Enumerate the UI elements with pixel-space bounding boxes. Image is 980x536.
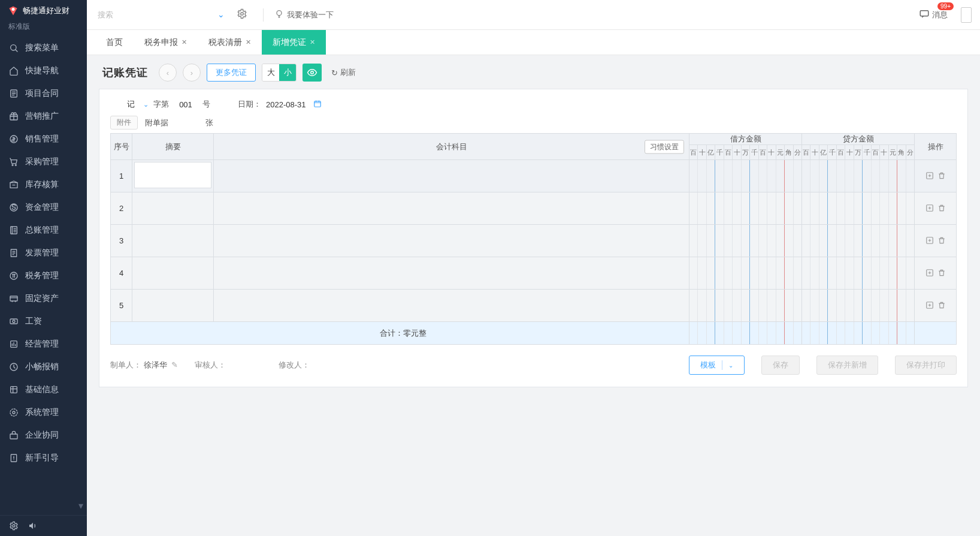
sidebar-item-system[interactable]: 系统管理 <box>0 401 87 424</box>
sidebar-item-report[interactable]: 小畅报销 <box>0 356 87 378</box>
add-row-icon[interactable] <box>925 300 934 310</box>
sidebar-item-coop[interactable]: 企业协同 <box>0 424 87 447</box>
search-dropdown-icon[interactable]: ⌄ <box>217 10 225 19</box>
habit-settings-button[interactable]: 习惯设置 <box>645 140 684 153</box>
svg-rect-25 <box>920 11 928 16</box>
delete-row-icon[interactable] <box>937 236 946 245</box>
size-small-button[interactable]: 小 <box>279 64 296 81</box>
tab-close-icon[interactable]: ✕ <box>310 38 315 46</box>
account-cell[interactable] <box>214 290 689 322</box>
sidebar-item-base[interactable]: 基础信息 <box>0 378 87 401</box>
sidebar-item-contract[interactable]: 项目合同 <box>0 82 87 105</box>
sidebar-item-search[interactable]: 搜索菜单 <box>0 37 87 59</box>
calendar-icon[interactable] <box>313 100 322 110</box>
credit-cell[interactable] <box>802 225 915 257</box>
refresh-icon: ↻ <box>331 68 338 77</box>
credit-cell[interactable] <box>802 290 915 322</box>
summary-cell[interactable] <box>132 160 214 192</box>
voucher-type-dropdown-icon[interactable]: ⌄ <box>143 101 149 109</box>
sidebar-item-invoice[interactable]: 发票管理 <box>0 242 87 264</box>
debit-cell[interactable] <box>689 257 802 290</box>
refresh-button[interactable]: ↻ 刷新 <box>331 67 356 78</box>
save-and-new-button[interactable]: 保存并新增 <box>816 356 878 375</box>
account-cell[interactable] <box>214 160 689 192</box>
template-dropdown-icon[interactable]: ⌄ <box>728 362 733 369</box>
sidebar-item-cart[interactable]: 采购管理 <box>0 150 87 173</box>
prev-voucher-button[interactable]: ‹ <box>159 64 177 82</box>
credit-cell[interactable] <box>802 160 915 192</box>
voucher-date[interactable]: 2022-08-31 <box>266 100 306 109</box>
debit-cell[interactable] <box>689 290 802 322</box>
size-big-button[interactable]: 大 <box>262 64 279 81</box>
sidebar-item-label: 固定资产 <box>25 293 59 304</box>
save-and-print-button[interactable]: 保存并打印 <box>895 356 957 375</box>
voucher-row: 1 <box>111 160 957 192</box>
gear-icon[interactable] <box>237 8 247 21</box>
op-cell <box>915 225 957 257</box>
sidebar-item-ledger[interactable]: 总账管理 <box>0 219 87 242</box>
tab-税表清册[interactable]: 税表清册✕ <box>198 30 262 55</box>
account-cell[interactable] <box>214 257 689 290</box>
add-row-icon[interactable] <box>925 171 934 180</box>
summary-input[interactable] <box>134 162 212 188</box>
tab-close-icon[interactable]: ✕ <box>246 38 251 46</box>
total-debit-cell <box>689 322 802 345</box>
sidebar-item-fund[interactable]: 资金管理 <box>0 196 87 219</box>
message-button[interactable]: 消息 99+ <box>919 8 948 21</box>
sidebar-item-gift[interactable]: 营销推广 <box>0 105 87 128</box>
voucher-type[interactable]: 记 <box>123 99 138 110</box>
delete-row-icon[interactable] <box>937 300 946 310</box>
attach-doc-label: 附单据 <box>145 118 168 128</box>
sidebar-item-tax[interactable]: 税务管理 <box>0 264 87 287</box>
credit-cell[interactable] <box>802 257 915 290</box>
edit-maker-icon[interactable]: ✎ <box>171 360 178 369</box>
settings-icon[interactable] <box>8 520 19 531</box>
debit-cell[interactable] <box>689 192 802 225</box>
experience-link[interactable]: 我要体验一下 <box>274 9 334 20</box>
summary-cell[interactable] <box>132 290 214 322</box>
sidebar-item-stock[interactable]: 库存核算 <box>0 173 87 196</box>
total-label-cell: 合计：零元整 <box>111 322 689 345</box>
contract-icon <box>8 88 19 99</box>
sidebar-item-home[interactable]: 快捷导航 <box>0 59 87 82</box>
add-row-icon[interactable] <box>925 203 934 213</box>
experience-label: 我要体验一下 <box>287 10 334 20</box>
sound-icon[interactable] <box>28 520 38 531</box>
tab-新增凭证[interactable]: 新增凭证✕ <box>262 30 326 55</box>
credit-cell[interactable] <box>802 192 915 225</box>
tab-label: 新增凭证 <box>273 37 306 48</box>
th-account-label: 会计科目 <box>436 142 467 151</box>
more-voucher-button[interactable]: 更多凭证 <box>207 64 256 82</box>
debit-cell[interactable] <box>689 160 802 192</box>
voucher-number[interactable]: 001 <box>174 100 198 109</box>
base-icon <box>8 384 19 395</box>
add-row-icon[interactable] <box>925 268 934 278</box>
search-input[interactable] <box>95 6 227 24</box>
preview-button[interactable] <box>303 64 322 82</box>
template-button[interactable]: 模板 ⌄ <box>689 356 745 375</box>
delete-row-icon[interactable] <box>937 203 946 213</box>
delete-row-icon[interactable] <box>937 171 946 180</box>
sidebar-item-sale[interactable]: 销售管理 <box>0 128 87 150</box>
save-button[interactable]: 保存 <box>761 356 800 375</box>
attachment-button[interactable]: 附件 <box>110 116 138 130</box>
summary-cell[interactable] <box>132 192 214 225</box>
tab-close-icon[interactable]: ✕ <box>182 38 187 46</box>
sidebar-item-label: 销售管理 <box>25 134 59 144</box>
sidebar-item-salary[interactable]: 工资 <box>0 310 87 333</box>
tab-税务申报[interactable]: 税务申报✕ <box>134 30 198 55</box>
next-voucher-button[interactable]: › <box>183 64 201 82</box>
summary-cell[interactable] <box>132 257 214 290</box>
add-row-icon[interactable] <box>925 236 934 245</box>
sidebar-item-asset[interactable]: 固定资产 <box>0 287 87 310</box>
account-cell[interactable] <box>214 225 689 257</box>
debit-cell[interactable] <box>689 225 802 257</box>
panel-toggle-icon[interactable] <box>961 7 972 23</box>
account-cell[interactable] <box>214 192 689 225</box>
delete-row-icon[interactable] <box>937 268 946 278</box>
th-account: 会计科目 习惯设置 <box>214 134 689 160</box>
sidebar-item-guide[interactable]: 新手引导 <box>0 447 87 469</box>
tab-首页[interactable]: 首页 <box>95 30 134 55</box>
sidebar-item-biz[interactable]: 经营管理 <box>0 333 87 356</box>
summary-cell[interactable] <box>132 225 214 257</box>
